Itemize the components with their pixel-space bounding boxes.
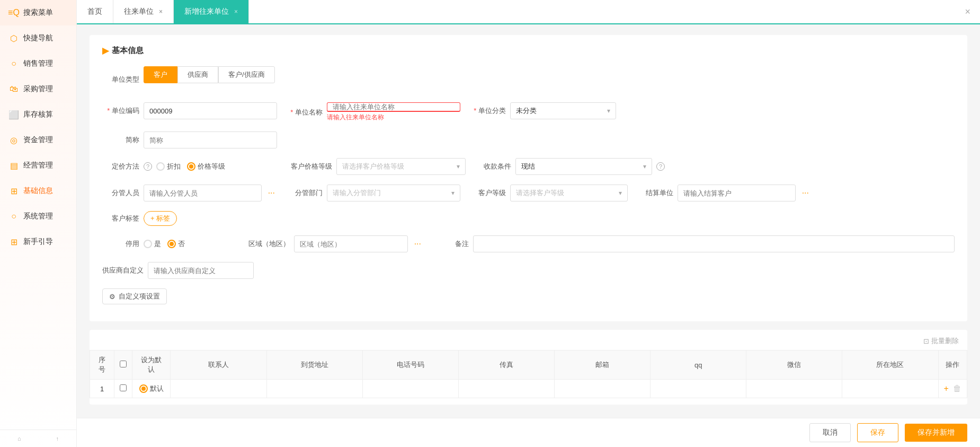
region-group: 区域（地区） ··· [248,235,423,252]
sidebar-item-purchase[interactable]: 🛍 采购管理 [0,76,76,102]
custom-settings-button[interactable]: ⚙ 自定义项设置 [102,288,167,304]
radio-yes[interactable]: 是 [144,239,161,249]
email-input[interactable] [560,385,645,393]
region-table-input[interactable] [848,385,932,393]
sidebar-item-operations[interactable]: ▤ 经营管理 [0,153,76,178]
select-all-checkbox[interactable] [120,361,127,367]
btn-both[interactable]: 客户/供应商 [218,66,275,83]
sidebar-item-search[interactable]: ≡Q 搜索菜单 [0,0,76,25]
cancel-button[interactable]: 取消 [809,423,851,442]
unit-code-input[interactable] [144,102,277,119]
manager-more-icon[interactable]: ··· [266,188,277,198]
remark-input[interactable] [473,235,955,252]
dept-placeholder: 请输入分管部门 [333,188,381,198]
price-row: 定价方法 ? 折扣 价格等级 客户价格等级 [102,158,955,175]
footer: 取消 保存 保存并新增 [77,418,980,447]
col-header-wechat: 微信 [746,350,842,380]
info-icon: ⊞ [8,186,19,196]
save-and-new-button[interactable]: 保存并新增 [905,424,967,442]
sidebar-item-label: 新手引导 [23,237,53,247]
sidebar: ≡Q 搜索菜单 ⬡ 快捷导航 ○ 销售管理 🛍 采购管理 ⬜ 库存核算 ◎ 资金… [0,0,77,447]
settlement-input[interactable] [678,185,796,201]
disabled-group: 停用 是 否 [102,239,240,249]
default-radio-item[interactable]: 默认 [138,384,165,393]
sidebar-item-system[interactable]: ○ 系统管理 [0,204,76,229]
box-icon: ⬜ [8,109,19,120]
delete-row-button[interactable]: 🗑 [953,384,961,393]
dept-group: 分管部门 请输入分管部门 ▾ [286,185,460,201]
radio-discount[interactable]: 折扣 [156,162,181,171]
payment-terms-help-icon[interactable]: ? [656,162,665,171]
cell-phone [362,380,458,398]
btn-customer[interactable]: 客户 [144,66,177,83]
supplier-custom-row: 供应商自定义 [102,262,955,279]
sidebar-bottom-btn-2[interactable]: ↑ [56,435,59,442]
qq-input[interactable] [656,385,741,393]
radio-price-level-label: 价格等级 [198,162,225,171]
payment-terms-value: 现结 [521,162,535,171]
cell-qq [651,380,746,398]
tab-contacts-close[interactable]: × [159,8,163,15]
address-input[interactable] [272,385,357,393]
btn-supplier[interactable]: 供应商 [177,66,218,83]
sidebar-item-inventory[interactable]: ⬜ 库存核算 [0,102,76,127]
tab-bar-close-btn[interactable]: × [955,6,980,17]
bag-icon: 🛍 [8,84,19,94]
wechat-input[interactable] [752,385,836,393]
region-more-icon[interactable]: ··· [412,239,423,249]
unit-name-input[interactable] [327,102,460,112]
sidebar-item-sales[interactable]: ○ 销售管理 [0,51,76,76]
batch-delete-button[interactable]: ⊡ 批量删除 [923,336,959,346]
chart-icon: ○ [8,58,19,69]
supplier-custom-input[interactable] [148,262,254,279]
tag-label: 客户标签 [102,214,139,223]
cell-address [266,380,362,398]
customer-price-placeholder: 请选择客户价格等级 [342,162,404,171]
dept-select[interactable]: 请输入分管部门 ▾ [327,185,460,201]
sidebar-item-base-info[interactable]: ⊞ 基础信息 [0,178,76,204]
payment-terms-select[interactable]: 现结 ▾ [515,158,652,175]
disabled-radio: 是 否 [144,239,185,249]
fax-input[interactable] [464,385,549,393]
phone-input[interactable] [368,385,453,393]
region-input[interactable] [294,235,408,252]
guide-icon: ⊞ [8,236,19,247]
basic-info-section: ▶ 基本信息 单位类型 客户 供应商 客户/供应商 单位编码 [90,35,967,321]
chevron-down-icon-3: ▾ [643,163,646,170]
tag-add-button[interactable]: + 标签 [144,211,177,226]
tab-new-contact-close[interactable]: × [234,8,238,15]
sidebar-item-finance[interactable]: ◎ 资金管理 [0,127,76,153]
settlement-more-icon[interactable]: ··· [800,188,811,198]
add-row-button[interactable]: + [944,384,949,393]
customer-price-select[interactable]: 请选择客户价格等级 ▾ [336,158,466,175]
save-button[interactable]: 保存 [857,423,898,442]
sidebar-item-quick-nav[interactable]: ⬡ 快捷导航 [0,25,76,51]
customer-level-select[interactable]: 请选择客户等级 ▾ [510,185,628,201]
custom-settings-label: 自定义项设置 [119,292,160,301]
short-name-input[interactable] [144,132,277,148]
sidebar-bottom-btn-1[interactable]: ⌂ [17,435,21,442]
sidebar-item-label: 搜索菜单 [23,8,53,17]
payment-terms-label: 收款条件 [474,162,511,171]
settlement-label: 结算单位 [636,188,673,198]
sidebar-item-guide[interactable]: ⊞ 新手引导 [0,229,76,255]
contact-table-section: ⊡ 批量删除 序号 设为默认 联系人 到货地址 电话号码 传真 邮箱 qq [90,330,967,405]
radio-no[interactable]: 否 [167,239,185,249]
radio-price-level[interactable]: 价格等级 [187,162,225,171]
col-header-region: 所在地区 [842,350,938,380]
customer-price-group: 客户价格等级 请选择客户价格等级 ▾ [291,158,466,175]
disabled-label: 停用 [102,239,139,249]
tab-home[interactable]: 首页 [77,0,113,23]
row-checkbox[interactable] [120,384,127,391]
col-header-qq: qq [651,350,746,380]
tab-new-contact[interactable]: 新增往来单位 × [174,0,249,23]
default-label: 默认 [150,384,164,393]
unit-category-select[interactable]: 未分类 ▾ [510,102,616,119]
price-method-help-icon[interactable]: ? [144,162,152,171]
radio-discount-circle [156,162,165,171]
manager-input[interactable] [144,185,262,201]
tab-contacts[interactable]: 往来单位 × [113,0,174,23]
contact-input[interactable] [176,385,261,393]
cell-seq: 1 [90,380,114,398]
unit-name-label: 单位名称 [286,108,323,117]
